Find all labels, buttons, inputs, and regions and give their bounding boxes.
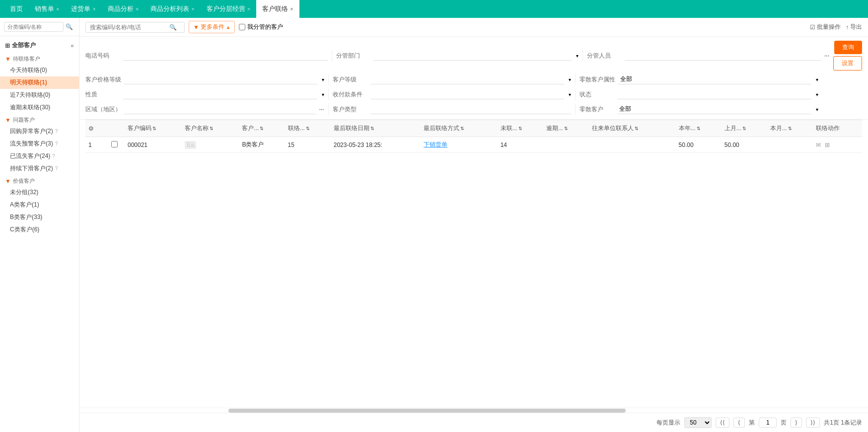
my-customer-checkbox-label[interactable]: 我分管的客户: [239, 23, 283, 31]
divider5: [328, 88, 329, 100]
person-input[interactable]: [625, 51, 821, 61]
nav-close-icon[interactable]: ×: [191, 6, 194, 12]
row-checkbox-input[interactable]: [111, 141, 118, 147]
page-number-input[interactable]: [759, 418, 777, 428]
table-column-header[interactable]: 上月...⇅: [722, 120, 767, 137]
checkbox-icon: ☑: [810, 24, 815, 31]
status-chevron-icon[interactable]: [814, 91, 818, 98]
sidebar-item[interactable]: 流失预警客户(3)?: [0, 138, 79, 150]
set-button[interactable]: 设置: [833, 56, 862, 71]
nature-chevron-icon[interactable]: [320, 91, 324, 98]
payment-chevron-icon[interactable]: [567, 91, 571, 98]
dept-chevron-icon[interactable]: [575, 52, 579, 59]
scrollbar-track[interactable]: [228, 409, 626, 413]
query-button[interactable]: 查询: [834, 41, 862, 54]
price-level-chevron-icon[interactable]: [320, 76, 324, 83]
row-customer-type: B类客户: [239, 137, 285, 153]
help-icon[interactable]: ?: [55, 166, 58, 171]
sidebar-item[interactable]: A类客户(1): [0, 199, 79, 211]
horizontal-scrollbar[interactable]: [79, 408, 868, 413]
prev-page-button[interactable]: ⟨: [733, 418, 745, 428]
help-icon[interactable]: ?: [55, 141, 58, 146]
table-column-header[interactable]: 客户...⇅: [239, 120, 285, 137]
nav-close-icon[interactable]: ×: [136, 6, 139, 12]
nav-item-进货单[interactable]: 进货单 ×: [65, 0, 101, 18]
retail-attr-input[interactable]: [618, 75, 811, 84]
collapse-icon[interactable]: «: [71, 42, 74, 49]
sidebar-item[interactable]: 已流失客户(24)?: [0, 150, 79, 162]
table-column-header[interactable]: 未联...⇅: [498, 120, 543, 137]
sidebar-item[interactable]: 回购异常客户(2)?: [0, 125, 79, 138]
table-column-header[interactable]: 最后联络日期⇅: [331, 120, 421, 137]
table-column-header[interactable]: 本月...⇅: [767, 120, 813, 137]
sidebar-item[interactable]: B类客户(33): [0, 211, 79, 223]
filter-field-retail-attr: 零散客户属性: [579, 75, 818, 84]
per-page-select[interactable]: 50 100 200: [684, 417, 712, 428]
region-input[interactable]: [124, 105, 316, 114]
my-customer-checkbox[interactable]: [239, 24, 245, 30]
customer-type-input[interactable]: [370, 105, 572, 114]
nav-close-icon[interactable]: ×: [56, 6, 59, 12]
sidebar-item[interactable]: C类客户(6): [0, 223, 79, 236]
phone-input[interactable]: [123, 51, 328, 61]
retail-customer-chevron-icon[interactable]: [814, 106, 818, 113]
search-box[interactable]: 🔍: [85, 22, 185, 33]
person-dots-icon[interactable]: [824, 52, 829, 59]
last-page-button[interactable]: ⟩⟩: [806, 418, 820, 428]
table-column-header[interactable]: 客户编码⇅: [125, 120, 182, 137]
table-column-header[interactable]: 逾期...⇅: [543, 120, 589, 137]
first-page-button[interactable]: ⟨⟨: [716, 418, 729, 428]
region-dots-icon[interactable]: [319, 106, 324, 113]
retail-customer-input[interactable]: [617, 105, 811, 114]
sidebar-item[interactable]: 未分组(32): [0, 186, 79, 199]
nav-close-icon[interactable]: ×: [247, 6, 250, 12]
sidebar-item[interactable]: 明天待联络(1): [0, 76, 79, 89]
table-column-header[interactable]: 本年...⇅: [676, 120, 722, 137]
batch-operation-button[interactable]: ☑ 批量操作: [810, 23, 841, 31]
sidebar-item[interactable]: 近7天待联络(0): [0, 89, 79, 101]
nav-item-首页[interactable]: 首页: [4, 0, 29, 18]
nav-item-商品分析列表[interactable]: 商品分析列表 ×: [145, 0, 200, 18]
nav-item-客户联络[interactable]: 客户联络 ×: [256, 0, 299, 18]
retail-attr-chevron-icon[interactable]: [814, 76, 818, 83]
nav-item-销售单[interactable]: 销售单 ×: [29, 0, 65, 18]
dept-input[interactable]: [374, 51, 572, 61]
toolbar-search-icon[interactable]: 🔍: [169, 24, 177, 31]
filter-panel: 电话号码 分管部门 分管人员 查询 设置: [79, 37, 868, 120]
nav-item-商品分析[interactable]: 商品分析 ×: [102, 0, 145, 18]
table-column-header[interactable]: 往来单位联系人⇅: [589, 120, 675, 137]
price-level-input[interactable]: [124, 75, 317, 84]
sidebar-group-label: ▼待联络客户: [0, 53, 79, 64]
nav-item-客户分层经营[interactable]: 客户分层经营 ×: [201, 0, 256, 18]
table-column-header[interactable]: 联络...⇅: [285, 120, 331, 137]
toolbar-right: ☑ 批量操作 ↑ 导出: [810, 23, 862, 31]
sidebar-search-input[interactable]: [4, 22, 64, 32]
search-input[interactable]: [90, 24, 169, 31]
help-icon[interactable]: ?: [52, 153, 55, 159]
payment-input[interactable]: [370, 90, 565, 99]
edit-action-icon[interactable]: ✉: [816, 142, 821, 148]
all-customers-header[interactable]: ⊞ 全部客户 «: [0, 38, 79, 53]
row-link[interactable]: 下销货单: [424, 141, 447, 148]
more-filter-button[interactable]: ▼ 更多条件 ▲: [189, 21, 235, 33]
sidebar-item[interactable]: 持续下滑客户(2)?: [0, 162, 79, 175]
customer-level-input[interactable]: [370, 75, 565, 84]
export-button[interactable]: ↑ 导出: [846, 23, 862, 31]
table-column-header[interactable]: 客户名称⇅: [182, 120, 239, 137]
sidebar-item[interactable]: 今天待联络(0): [0, 64, 79, 76]
more-action-icon[interactable]: ⊞: [825, 142, 830, 148]
row-last-contact-method[interactable]: 下销货单: [421, 137, 498, 153]
customer-level-chevron-icon[interactable]: [567, 76, 571, 83]
next-page-button[interactable]: ⟩: [791, 418, 802, 428]
nav-close-icon[interactable]: ×: [92, 6, 95, 12]
status-input[interactable]: [617, 90, 811, 99]
row-contact-count: 15: [285, 137, 331, 153]
sidebar-item[interactable]: 逾期未联络(30): [0, 101, 79, 114]
nav-close-icon[interactable]: ×: [290, 6, 293, 12]
nature-input[interactable]: [123, 90, 317, 99]
help-icon[interactable]: ?: [55, 129, 58, 134]
table-column-header[interactable]: 最后联络方式⇅: [421, 120, 498, 137]
sidebar-search-icon[interactable]: 🔍: [66, 23, 73, 30]
row-checkbox[interactable]: [104, 137, 125, 153]
batch-label: 批量操作: [817, 23, 841, 31]
